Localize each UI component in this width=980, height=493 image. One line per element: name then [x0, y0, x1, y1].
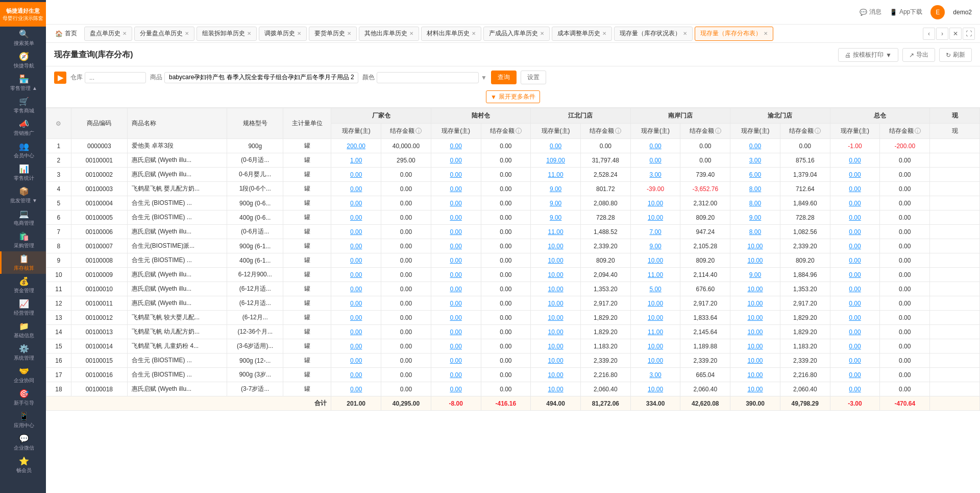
- sidebar-item-member[interactable]: 👥会员中心: [0, 139, 46, 161]
- cell-total-qty[interactable]: 0.00: [830, 253, 880, 268]
- tab-transfer[interactable]: 调拨单历史✕: [259, 27, 307, 41]
- cell-nanan-qty[interactable]: 11.00: [630, 268, 680, 282]
- cell-factory-qty[interactable]: 0.00: [331, 296, 381, 311]
- tab-close[interactable]: ✕: [409, 31, 413, 36]
- cell-lucun-qty[interactable]: 0.00: [431, 268, 481, 282]
- sidebar-item-retail_stats[interactable]: 📊零售统计: [0, 161, 46, 184]
- expand-conditions-btn[interactable]: ▼ 展开更多条件: [486, 90, 540, 103]
- cell-yubei-qty[interactable]: 10.00: [730, 253, 780, 268]
- cell-yubei-qty[interactable]: 10.00: [730, 339, 780, 354]
- cell-nanan-qty[interactable]: 0.00: [630, 153, 680, 168]
- cell-total-qty[interactable]: 0.00: [830, 368, 880, 382]
- cell-jiangbei-qty[interactable]: 10.00: [531, 382, 581, 396]
- goods-input[interactable]: [164, 72, 358, 83]
- cell-jiangbei-qty[interactable]: 11.00: [531, 225, 581, 239]
- cell-yubei-qty[interactable]: 10.00: [730, 382, 780, 396]
- cell-nanan-qty[interactable]: 10.00: [630, 210, 680, 225]
- cell-total-qty[interactable]: 0.00: [830, 354, 880, 368]
- cell-yubei-qty[interactable]: 8.00: [730, 182, 780, 196]
- cell-lucun-qty[interactable]: 0.00: [431, 153, 481, 168]
- cell-jiangbei-qty[interactable]: 10.00: [531, 296, 581, 311]
- print-btn[interactable]: 🖨 按模板打印 ▼: [838, 48, 898, 62]
- col-settings[interactable]: ⚙: [46, 108, 71, 139]
- sidebar-item-finance[interactable]: 💰资金管理: [0, 274, 46, 296]
- cell-factory-qty[interactable]: 0.00: [331, 210, 381, 225]
- sidebar-item-wechat[interactable]: 💬企业微信: [0, 431, 46, 454]
- cell-total-qty[interactable]: 0.00: [830, 196, 880, 210]
- tab-inventory_dist[interactable]: 现存量（库存分布表）✕: [695, 27, 773, 41]
- cell-total-qty[interactable]: 0.00: [830, 153, 880, 168]
- tab-close[interactable]: ✕: [297, 31, 301, 36]
- cell-factory-qty[interactable]: 0.00: [331, 196, 381, 210]
- color-input[interactable]: [377, 72, 479, 83]
- cell-yubei-qty[interactable]: 10.00: [730, 282, 780, 296]
- cell-lucun-qty[interactable]: 0.00: [431, 311, 481, 325]
- cell-yubei-qty[interactable]: 8.00: [730, 225, 780, 239]
- cell-jiangbei-qty[interactable]: 11.00: [531, 168, 581, 182]
- sidebar-item-enterprise[interactable]: 🤝企业协同: [0, 364, 46, 386]
- cell-yubei-qty[interactable]: 10.00: [730, 368, 780, 382]
- cell-lucun-qty[interactable]: 0.00: [431, 182, 481, 196]
- cell-total-qty[interactable]: 0.00: [830, 282, 880, 296]
- cell-lucun-qty[interactable]: 0.00: [431, 368, 481, 382]
- cell-jiangbei-qty[interactable]: 10.00: [531, 268, 581, 282]
- cell-factory-qty[interactable]: 0.00: [331, 253, 381, 268]
- cell-jiangbei-qty[interactable]: 10.00: [531, 368, 581, 382]
- tab-other_out[interactable]: 其他出库单历史✕: [359, 27, 419, 41]
- sidebar-item-marketing[interactable]: 📣营销推广: [0, 116, 46, 139]
- sidebar-item-apps[interactable]: 📱应用中心: [0, 409, 46, 431]
- sidebar-item-members[interactable]: ⭐畅会员: [0, 454, 46, 476]
- cell-lucun-qty[interactable]: 0.00: [431, 339, 481, 354]
- cell-lucun-qty[interactable]: 0.00: [431, 296, 481, 311]
- cell-lucun-qty[interactable]: 0.00: [431, 225, 481, 239]
- sidebar-item-retail_store[interactable]: 🛒零售商城: [0, 94, 46, 116]
- cell-jiangbei-qty[interactable]: 10.00: [531, 325, 581, 339]
- cell-nanan-qty[interactable]: 0.00: [630, 139, 680, 153]
- nav-prev-btn[interactable]: ‹: [923, 28, 935, 40]
- cell-lucun-qty[interactable]: 0.00: [431, 239, 481, 253]
- tab-requisition[interactable]: 要货单历史✕: [309, 27, 357, 41]
- tab-close[interactable]: ✕: [540, 31, 544, 36]
- cell-nanan-qty[interactable]: 10.00: [630, 339, 680, 354]
- cell-yubei-qty[interactable]: 9.00: [730, 210, 780, 225]
- app-download-btn[interactable]: 📱 App下载: [890, 8, 922, 16]
- cell-yubei-qty[interactable]: 0.00: [730, 139, 780, 153]
- cell-yubei-qty[interactable]: 10.00: [730, 311, 780, 325]
- cell-factory-qty[interactable]: 0.00: [331, 382, 381, 396]
- cell-total-qty[interactable]: 0.00: [830, 239, 880, 253]
- cell-yubei-qty[interactable]: 6.00: [730, 168, 780, 182]
- cell-nanan-qty[interactable]: 9.00: [630, 239, 680, 253]
- cell-factory-qty[interactable]: 0.00: [331, 225, 381, 239]
- sidebar-item-ecommerce[interactable]: 💻电商管理: [0, 206, 46, 229]
- cell-yubei-qty[interactable]: 3.00: [730, 153, 780, 168]
- cell-jiangbei-qty[interactable]: 0.00: [531, 139, 581, 153]
- cell-nanan-qty[interactable]: 3.00: [630, 368, 680, 382]
- cell-jiangbei-qty[interactable]: 10.00: [531, 354, 581, 368]
- tab-close[interactable]: ✕: [683, 31, 687, 36]
- tab-close[interactable]: ✕: [602, 31, 606, 36]
- cell-lucun-qty[interactable]: 0.00: [431, 168, 481, 182]
- cell-factory-qty[interactable]: 0.00: [331, 282, 381, 296]
- cell-total-qty[interactable]: -1.00: [830, 139, 880, 153]
- tab-close[interactable]: ✕: [764, 31, 768, 36]
- cell-lucun-qty[interactable]: 0.00: [431, 196, 481, 210]
- cell-factory-qty[interactable]: 0.00: [331, 339, 381, 354]
- cell-jiangbei-qty[interactable]: 9.00: [531, 196, 581, 210]
- sidebar-item-search[interactable]: 🔍搜索英单: [0, 27, 46, 49]
- sidebar-logo[interactable]: 畅捷通好生意 母婴行业演示陈套: [0, 2, 46, 27]
- settings-btn[interactable]: 设置: [521, 71, 546, 84]
- cell-lucun-qty[interactable]: 0.00: [431, 382, 481, 396]
- cell-jiangbei-qty[interactable]: 10.00: [531, 311, 581, 325]
- tab-close[interactable]: ✕: [347, 31, 351, 36]
- cell-nanan-qty[interactable]: 3.00: [630, 168, 680, 182]
- cell-jiangbei-qty[interactable]: 10.00: [531, 339, 581, 354]
- cell-jiangbei-qty[interactable]: 10.00: [531, 239, 581, 253]
- tab-close[interactable]: ✕: [247, 31, 251, 36]
- cell-factory-qty[interactable]: 0.00: [331, 311, 381, 325]
- cell-yubei-qty[interactable]: 9.00: [730, 268, 780, 282]
- cell-total-qty[interactable]: 0.00: [830, 225, 880, 239]
- cell-jiangbei-qty[interactable]: 9.00: [531, 182, 581, 196]
- cell-jiangbei-qty[interactable]: 10.00: [531, 282, 581, 296]
- cell-total-qty[interactable]: 0.00: [830, 210, 880, 225]
- cell-nanan-qty[interactable]: 5.00: [630, 282, 680, 296]
